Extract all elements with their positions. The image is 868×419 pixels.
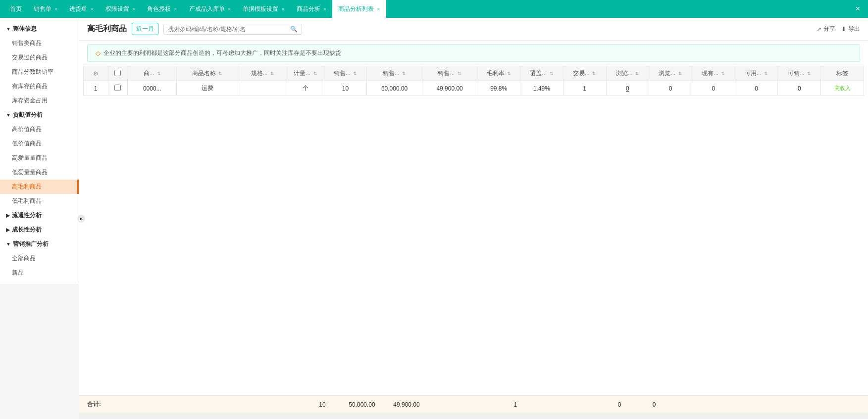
info-diamond-icon: ◇ [96,49,101,57]
nav-role-permission[interactable]: 角色授权 × [141,0,183,18]
sidebar-item-goods-score[interactable]: 商品分数助销率 [0,65,79,79]
th-check[interactable] [108,66,128,81]
search-icon[interactable]: 🔍 [290,26,298,33]
cell-spec [238,81,287,96]
sort-browse2-icon: ⇅ [678,71,682,76]
sidebar-group-overall-info[interactable]: ▼ 整体信息 [0,22,79,36]
close-sale-order-icon[interactable]: × [54,6,57,12]
table-body: 1 0000... 运费 个 10 50,000.00 49,900.00 99… [84,81,864,96]
settings-icon[interactable]: ⚙ [93,70,99,77]
cell-browse1[interactable]: 0 [606,81,649,96]
close-purchase-order-icon[interactable]: × [90,6,93,12]
sidebar-item-low-value[interactable]: 低价值商品 [0,137,79,151]
sort-saleable-icon: ⇅ [807,71,811,76]
nav-product-analysis-list[interactable]: 商品分析列表 × [332,0,386,18]
share-icon: ↗ [817,26,821,33]
th-sale3[interactable]: 销售... ⇅ [422,66,477,81]
sort-sale3-icon: ⇅ [458,71,461,76]
content-header: 高毛利商品 近一月 🔍 ↗ 分享 ⬇ 导出 [79,18,868,41]
th-code[interactable]: 商... ⇅ [128,66,177,81]
th-stock2[interactable]: 可用... ⇅ [735,66,778,81]
th-browse1[interactable]: 浏览... ⇅ [606,66,649,81]
sidebar-item-in-stock-goods[interactable]: 有库存的商品 [0,79,79,93]
cell-trade: 1 [563,81,606,96]
th-saleable[interactable]: 可销... ⇅ [778,66,821,81]
sidebar-group-growth-analysis[interactable]: ▶ 成长性分析 [0,223,79,237]
close-role-permission-icon[interactable]: × [174,6,177,12]
close-all-button[interactable]: × [852,4,864,13]
nav-sale-order[interactable]: 销售单 × [28,0,63,18]
nav-home[interactable]: 首页 [4,0,28,18]
search-input[interactable] [168,26,290,33]
cell-check[interactable] [108,81,128,96]
th-gross[interactable]: 毛利率 ⇅ [477,66,520,81]
close-product-analysis-list-icon[interactable]: × [377,6,380,12]
nav-permission-settings[interactable]: 权限设置 × [100,0,141,18]
footer-stock2: 0 [637,401,671,408]
sidebar-group-marketing-analysis[interactable]: ▼ 营销推广分析 [0,237,79,251]
sidebar-item-low-freq[interactable]: 低爱量量商品 [0,165,79,180]
footer-sale2: 50,000.00 [340,401,384,408]
table-header-row: ⚙ 商... ⇅ 商品名称 ⇅ [84,66,864,81]
th-sale1[interactable]: 销售... ⇅ [324,66,367,81]
filter-month-button[interactable]: 近一月 [132,23,158,35]
share-button[interactable]: ↗ 分享 [817,25,835,33]
nav-purchase-order[interactable]: 进货单 × [63,0,99,18]
row-checkbox[interactable] [114,85,121,91]
sidebar-item-stock-capital[interactable]: 库存资金占用 [0,93,79,108]
th-name[interactable]: 商品名称 ⇅ [177,66,238,81]
th-tag[interactable]: 标签 [821,66,864,81]
info-banner: ◇ 企业的主要的利润都是这部分商品创造的，可考虑加大推广，同时关注库存是不要出现… [87,45,860,62]
th-sale2[interactable]: 销售... ⇅ [367,66,422,81]
cell-cover: 1.49% [520,81,563,96]
footer-bar: 合计: 10 50,000.00 49,900.00 1 0 0 [79,395,868,413]
sort-cover-icon: ⇅ [550,71,554,76]
th-spec[interactable]: 规格... ⇅ [238,66,287,81]
sidebar-group-asset-analysis[interactable]: ▼ 贡献值分析 [0,108,79,122]
table-wrapper: ⚙ 商... ⇅ 商品名称 ⇅ [79,66,868,395]
content-area: 高毛利商品 近一月 🔍 ↗ 分享 ⬇ 导出 ◇ 企业的主要的利润都是这部分商品创… [79,18,868,419]
sidebar-item-high-value[interactable]: 高价值商品 [0,122,79,137]
th-unit[interactable]: 计量... ⇅ [287,66,324,81]
th-cover[interactable]: 覆盖... ⇅ [520,66,563,81]
export-button[interactable]: ⬇ 导出 [841,25,860,33]
sort-gross-icon: ⇅ [507,71,511,76]
sidebar-item-low-gross[interactable]: 低毛利商品 [0,194,79,208]
th-browse2[interactable]: 浏览... ⇅ [649,66,692,81]
cell-unit: 个 [287,81,324,96]
th-stock1[interactable]: 现有... ⇅ [692,66,735,81]
bottom-scrollbar[interactable] [79,413,868,419]
close-product-entry-icon[interactable]: × [228,6,231,12]
arrow-marketing-analysis-icon: ▼ [6,241,11,247]
sidebar-item-traded-goods[interactable]: 交易过的商品 [0,50,79,65]
close-product-analysis-icon[interactable]: × [323,6,326,12]
sidebar-item-sales-goods[interactable]: 销售类商品 [0,36,79,50]
sort-name-icon: ⇅ [218,71,222,76]
select-all-checkbox[interactable] [114,70,121,76]
sidebar-group-flow-analysis[interactable]: ▶ 流通性分析 [0,208,79,223]
cell-sale2: 50,000.00 [367,81,422,96]
nav-template-settings[interactable]: 单据模板设置 × [237,0,290,18]
cell-saleable: 0 [778,81,821,96]
nav-product-analysis[interactable]: 商品分析 × [291,0,332,18]
sidebar-item-high-gross[interactable]: 高毛利商品 [0,180,79,194]
cell-code: 0000... [128,81,177,96]
sort-sale1-icon: ⇅ [353,71,357,76]
th-trade[interactable]: 交易... ⇅ [563,66,606,81]
arrow-flow-analysis-icon: ▶ [6,213,10,218]
nav-product-entry[interactable]: 产成品入库单 × [183,0,237,18]
search-box: 🔍 [163,24,302,35]
sort-trade-icon: ⇅ [592,71,596,76]
sort-browse1-icon: ⇅ [635,71,639,76]
sort-spec-icon: ⇅ [270,71,274,76]
sidebar-item-new-goods[interactable]: 新品 [0,266,79,280]
sidebar-item-high-freq[interactable]: 高爱量量商品 [0,151,79,165]
cell-stock2: 0 [735,81,778,96]
close-permission-settings-icon[interactable]: × [132,6,135,12]
sidebar-collapse-button[interactable]: « [77,215,85,223]
close-template-settings-icon[interactable]: × [281,6,284,12]
cell-tag: 高收入 [821,81,864,96]
sidebar-item-all-goods[interactable]: 全部商品 [0,251,79,266]
sort-stock2-icon: ⇅ [764,71,768,76]
sort-sale2-icon: ⇅ [402,71,406,76]
